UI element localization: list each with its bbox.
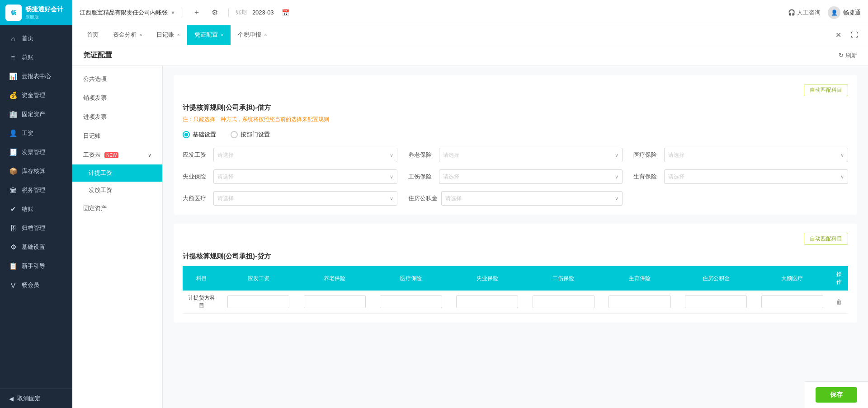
cell-large-medical <box>754 291 830 314</box>
table-row: 计提贷方科目 🗑 <box>183 291 848 314</box>
sidebar-item-settings[interactable]: ⚙ 基础设置 <box>0 238 72 257</box>
sidebar-item-assets[interactable]: 🏢 固定资产 <box>0 105 72 124</box>
cell-work-injury <box>525 291 602 314</box>
calendar-icon[interactable]: 📅 <box>279 6 292 19</box>
menu-item-fixed-assets[interactable]: 固定资产 <box>72 199 162 218</box>
sidebar-item-guide[interactable]: 📋 新手引导 <box>0 257 72 276</box>
sidebar-item-invoice[interactable]: 🧾 发票管理 <box>0 143 72 162</box>
sidebar-item-vip[interactable]: V 畅会员 <box>0 276 72 295</box>
arrow-left-icon: ◀ <box>9 395 14 402</box>
credit-section-title: 计提核算规则(公司承担)-贷方 <box>183 252 848 261</box>
tab-journal-close[interactable]: × <box>177 32 179 38</box>
sidebar-label-checkout: 结账 <box>22 205 33 213</box>
menu-label-journal: 日记账 <box>83 132 101 140</box>
tab-voucher-config[interactable]: 凭证配置 × <box>187 25 231 45</box>
sidebar-item-archive[interactable]: 🗄 归档管理 <box>0 219 72 238</box>
salary-icon: 👤 <box>9 129 17 137</box>
avatar: 👤 <box>828 6 840 19</box>
sidebar-item-salary[interactable]: 👤 工资 <box>0 124 72 143</box>
radio-basic[interactable]: 基础设置 <box>183 131 216 139</box>
auto-match-credit-btn[interactable]: 自动匹配科目 <box>804 233 848 245</box>
add-btn[interactable]: ＋ <box>190 6 203 19</box>
sidebar-item-funds[interactable]: 💰 资金管理 <box>0 86 72 105</box>
select-arrow-7: ∨ <box>390 196 393 202</box>
input-pension[interactable] <box>304 295 366 308</box>
tab-home[interactable]: 首页 <box>80 25 106 45</box>
close-all-btn[interactable]: ✕ <box>832 29 844 42</box>
sidebar-label-assets: 固定资产 <box>22 110 45 118</box>
cell-unemployment <box>449 291 525 314</box>
salary-chevron-icon: ∨ <box>148 152 151 158</box>
tab-funds[interactable]: 资金分析 × <box>106 25 149 45</box>
sidebar-item-inventory[interactable]: 📦 库存核算 <box>0 162 72 181</box>
sidebar-item-checkout[interactable]: ✔ 结账 <box>0 200 72 219</box>
select-base-salary[interactable]: 请选择 ∨ <box>213 148 397 162</box>
tab-journal[interactable]: 日记账 × <box>149 25 187 45</box>
tab-voucher-close[interactable]: × <box>221 32 223 38</box>
tab-tax-close[interactable]: × <box>264 32 267 38</box>
service-btn[interactable]: 🎧 人工咨询 <box>788 9 821 17</box>
sidebar-item-reports[interactable]: 📊 云报表中心 <box>0 67 72 86</box>
delete-row-icon[interactable]: 🗑 <box>836 298 842 305</box>
ledger-icon: ≡ <box>9 54 17 61</box>
tab-tax-report[interactable]: 个税申报 × <box>231 25 274 45</box>
select-pension[interactable]: 请选择 ∨ <box>439 148 623 162</box>
input-housing[interactable] <box>685 295 747 308</box>
select-housing-fund[interactable]: 请选择 ∨ <box>441 191 623 206</box>
logo-name: 畅捷通好会计 <box>25 5 63 13</box>
settings-btn[interactable]: ⚙ <box>208 6 221 19</box>
input-work-injury[interactable] <box>533 295 594 308</box>
menu-item-purchase[interactable]: 进项发票 <box>72 108 162 127</box>
radio-basic-label: 基础设置 <box>193 131 216 139</box>
input-unemployment[interactable] <box>456 295 518 308</box>
radio-basic-circle <box>183 131 190 138</box>
radio-dept[interactable]: 按部门设置 <box>231 131 270 139</box>
col-action: 操作 <box>830 266 848 291</box>
select-arrow-3: ∨ <box>840 152 844 158</box>
menu-sub-calc-salary[interactable]: 计提工资 <box>72 164 162 182</box>
user-info[interactable]: 👤 畅捷通 <box>828 6 861 19</box>
settings-icon: ⚙ <box>9 243 17 251</box>
sidebar-item-ledger[interactable]: ≡ 总账 <box>0 48 72 67</box>
company-selector[interactable]: 江西服宝精品有限责任公司内账张 ▼ <box>80 9 175 17</box>
menu-item-sales[interactable]: 销项发票 <box>72 89 162 108</box>
tab-voucher-label: 凭证配置 <box>194 31 218 39</box>
menu-sub-pay-salary[interactable]: 发放工资 <box>72 182 162 199</box>
period-label: 账期 <box>236 9 247 16</box>
label-work-injury: 工伤保险 <box>408 173 435 181</box>
select-medical[interactable]: 请选择 ∨ <box>664 148 848 162</box>
label-large-medical: 大额医疗 <box>183 194 210 202</box>
menu-item-public[interactable]: 公共选项 <box>72 70 162 89</box>
sidebar-item-tax[interactable]: 🏛 税务管理 <box>0 181 72 200</box>
company-name: 江西服宝精品有限责任公司内账张 <box>80 9 168 17</box>
cancel-fix-btn[interactable]: ◀ 取消固定 <box>0 389 72 408</box>
refresh-btn[interactable]: ↻ 刷新 <box>839 52 857 60</box>
expand-btn[interactable]: ⛶ <box>848 29 861 42</box>
input-large-medical[interactable] <box>761 295 823 308</box>
select-arrow-2: ∨ <box>615 152 618 158</box>
form-item-large-medical: 大额医疗 请选择 ∨ <box>183 191 397 206</box>
form-item-pension: 养老保险 请选择 ∨ <box>408 148 623 162</box>
input-maternity[interactable] <box>609 295 670 308</box>
input-base-salary[interactable] <box>227 295 289 308</box>
refresh-icon: ↻ <box>839 52 844 59</box>
save-button[interactable]: 保存 <box>816 387 857 403</box>
tab-funds-close[interactable]: × <box>139 32 142 38</box>
cell-medical <box>373 291 449 314</box>
auto-match-debit-btn[interactable]: 自动匹配科目 <box>804 84 848 96</box>
menu-item-salary-table[interactable]: 工资表 NEW ∨ <box>72 145 162 164</box>
menu-item-journal[interactable]: 日记账 <box>72 127 162 145</box>
sidebar-item-home[interactable]: ⌂ 首页 <box>0 29 72 48</box>
radio-dept-circle <box>231 131 238 138</box>
select-large-medical[interactable]: 请选择 ∨ <box>213 191 397 206</box>
cell-maternity <box>602 291 678 314</box>
select-unemployment[interactable]: 请选择 ∨ <box>213 169 397 184</box>
select-work-injury[interactable]: 请选择 ∨ <box>439 169 623 184</box>
sidebar-label-home: 首页 <box>22 34 33 42</box>
select-maternity[interactable]: 请选择 ∨ <box>664 169 848 184</box>
guide-icon: 📋 <box>9 262 17 270</box>
credit-table-header: 科目 应发工资 养老保险 医疗保险 失业保险 工伤保险 生育保险 住房公积金 大… <box>183 266 848 291</box>
input-medical[interactable] <box>380 295 442 308</box>
menu-label-sales: 销项发票 <box>83 94 107 102</box>
menu-label-public: 公共选项 <box>83 75 107 83</box>
